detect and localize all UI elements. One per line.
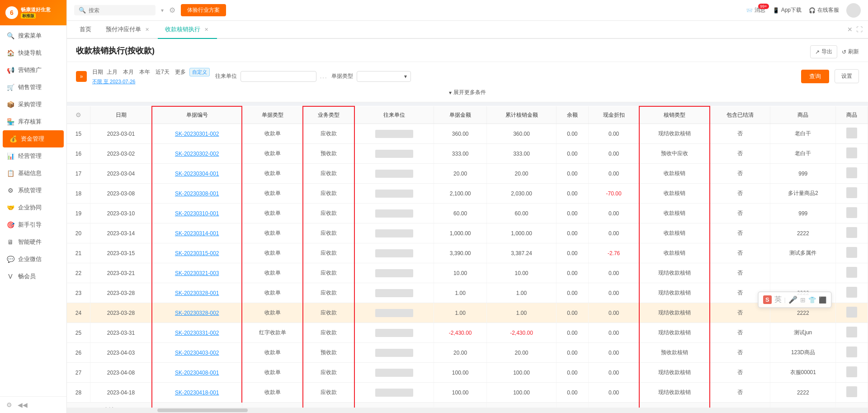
- tab-home[interactable]: 首页: [72, 21, 99, 39]
- bill-no-link[interactable]: SK-20230302-002: [175, 151, 219, 157]
- finance-icon: 💰: [9, 135, 17, 142]
- cell-counterparty: ████████: [354, 164, 434, 184]
- cell-offset-type: 收款核销: [639, 164, 710, 184]
- bill-no-link[interactable]: SK-20230301-002: [175, 131, 219, 137]
- topbar-gear-icon[interactable]: ⚙: [169, 6, 175, 14]
- table-row: 22 2023-03-21 SK-20230321-003 收款单 应收款 ██…: [67, 263, 868, 283]
- filter-this-year[interactable]: 本年: [137, 67, 152, 77]
- collapse-icon[interactable]: ◀◀: [18, 401, 28, 408]
- cell-id: 25: [67, 323, 90, 343]
- app-download-button[interactable]: 📱 App下载: [773, 6, 802, 14]
- export-button[interactable]: ↗ 导出: [810, 45, 837, 58]
- bill-no-link[interactable]: SK-20230321-003: [175, 270, 219, 276]
- sidebar-item-purchase[interactable]: 📦 采购管理: [0, 96, 66, 113]
- table-row: 16 2023-03-02 SK-20230302-002 收款单 预收款 ██…: [67, 144, 868, 164]
- table-row: 28 2023-04-18 SK-20230418-001 收款单 应收款 ██…: [67, 383, 868, 403]
- settings-button[interactable]: 设置: [835, 69, 859, 83]
- sidebar-item-guide[interactable]: 🎯 新手引导: [0, 216, 66, 233]
- col-gear[interactable]: ⚙: [67, 106, 90, 124]
- tab-collection[interactable]: 收款核销执行 ✕: [158, 21, 217, 39]
- handshake-icon: 🤝: [6, 204, 14, 211]
- sidebar-item-quick-nav[interactable]: 🏠 快捷导航: [0, 44, 66, 62]
- sidebar-item-wechat[interactable]: 💬 企业微信: [0, 251, 66, 268]
- online-service-button[interactable]: 🎧 在线客服: [809, 6, 839, 14]
- tab-prepay-close-icon[interactable]: ✕: [144, 26, 151, 33]
- bill-no-link[interactable]: SK-20230331-002: [175, 330, 219, 336]
- cell-include-settled: 否: [710, 263, 770, 283]
- filter-this-month[interactable]: 本月: [121, 67, 136, 77]
- topbar-search-box[interactable]: 🔍: [74, 5, 156, 15]
- filter-expand-button[interactable]: »: [76, 71, 87, 82]
- dropdown-arrow-icon[interactable]: ▾: [161, 7, 164, 14]
- filter-last-7days[interactable]: 近7天: [154, 67, 171, 77]
- sidebar-item-inventory[interactable]: 🏪 库存核算: [0, 113, 66, 130]
- cell-bill-no: SK-20230403-002: [152, 343, 242, 363]
- bill-no-link[interactable]: SK-20230328-002: [175, 310, 219, 316]
- counterparty-input[interactable]: [241, 71, 316, 82]
- cell-total-offset: -2,430.00: [487, 323, 557, 343]
- filter-custom-button[interactable]: 自定义: [189, 68, 210, 76]
- filter-input-group: 往来单位 ... 单据类型 ▾: [215, 71, 796, 82]
- cell-offset-type: 现结收款核销: [639, 383, 710, 403]
- bill-no-link[interactable]: SK-20230308-001: [175, 190, 219, 197]
- sidebar-item-enterprise[interactable]: 🤝 企业协同: [0, 199, 66, 216]
- bill-type-select[interactable]: ▾: [357, 71, 411, 82]
- close-tab-icon[interactable]: ✕: [847, 26, 853, 33]
- industry-solution-button[interactable]: 体验行业方案: [181, 4, 226, 16]
- cell-bill-amount: 20.00: [434, 343, 487, 363]
- cell-id: 19: [67, 204, 90, 223]
- sidebar-item-operations[interactable]: 📊 经营管理: [0, 147, 66, 165]
- cell-goods: 123D商品: [770, 343, 836, 363]
- cell-goods2: [836, 323, 868, 343]
- cell-total-offset: 3,387.24: [487, 243, 557, 263]
- filter-more[interactable]: 更多: [173, 67, 188, 77]
- settings-bottom-icon[interactable]: ⚙: [6, 401, 12, 408]
- box-icon: 📦: [6, 101, 14, 108]
- cell-cash-discount: 0.00: [588, 323, 639, 343]
- cell-bill-type: 收款单: [242, 124, 303, 144]
- chevron-down-icon: ▾: [404, 73, 407, 80]
- refresh-button[interactable]: ↺ 刷新: [842, 48, 859, 56]
- cell-counterparty: ████████: [354, 243, 434, 263]
- user-avatar[interactable]: [846, 3, 861, 18]
- bill-no-link[interactable]: SK-20230310-001: [175, 210, 219, 217]
- expand-more-conditions-button[interactable]: ▾ 展开更多条件: [449, 89, 486, 96]
- cell-bill-no: SK-20230331-002: [152, 323, 242, 343]
- search-input[interactable]: [89, 7, 143, 14]
- sidebar-item-search[interactable]: 🔍 搜索菜单: [0, 27, 66, 44]
- scrollbar-thumb[interactable]: [157, 408, 248, 412]
- search-icon: 🔍: [79, 7, 86, 14]
- bill-no-link[interactable]: SK-20230408-001: [175, 370, 219, 376]
- bill-no-link[interactable]: SK-20230418-001: [175, 389, 219, 396]
- cell-bill-no: SK-20230321-003: [152, 263, 242, 283]
- sidebar-item-hardware[interactable]: 🖥 智能硬件: [0, 233, 66, 251]
- table-row: 20 2023-03-14 SK-20230314-001 收款单 应收款 ██…: [67, 223, 868, 243]
- sidebar-item-member[interactable]: V 畅会员: [0, 268, 66, 285]
- cell-cash-discount: -70.00: [588, 184, 639, 204]
- maximize-icon[interactable]: ⛶: [856, 26, 863, 33]
- col-goods: 商品: [770, 106, 836, 124]
- sidebar-item-sales[interactable]: 🛒 销售管理: [0, 79, 66, 96]
- cell-offset-type: 现结收款核销: [639, 124, 710, 144]
- cell-date: 2023-03-15: [90, 243, 152, 263]
- cell-offset-type: 现结收款核销: [639, 323, 710, 343]
- sidebar-item-finance[interactable]: 💰 资金管理: [3, 130, 64, 147]
- query-button[interactable]: 查询: [801, 70, 829, 83]
- sidebar-item-system[interactable]: ⚙ 系统管理: [0, 182, 66, 199]
- bill-no-link[interactable]: SK-20230315-002: [175, 250, 219, 256]
- sidebar-item-marketing[interactable]: 📢 营销推广: [0, 62, 66, 79]
- cell-bill-no: SK-20230304-001: [152, 164, 242, 184]
- bill-no-link[interactable]: SK-20230314-001: [175, 230, 219, 237]
- cell-id: 15: [67, 124, 90, 144]
- filter-last-month[interactable]: 上月: [105, 67, 119, 77]
- messages-button[interactable]: 📨 消息 99+: [746, 6, 765, 14]
- bill-no-link[interactable]: SK-20230403-002: [175, 350, 219, 356]
- cell-goods2: [836, 223, 868, 243]
- tab-prepay[interactable]: 预付冲应付单 ✕: [99, 21, 158, 39]
- chat-icon: 💬: [6, 256, 14, 263]
- sidebar-item-basic-info[interactable]: 📋 基础信息: [0, 165, 66, 182]
- bill-no-link[interactable]: SK-20230304-001: [175, 171, 219, 177]
- bill-no-link[interactable]: SK-20230328-001: [175, 290, 219, 296]
- tab-collection-close-icon[interactable]: ✕: [203, 26, 210, 33]
- horizontal-scrollbar[interactable]: [67, 408, 868, 413]
